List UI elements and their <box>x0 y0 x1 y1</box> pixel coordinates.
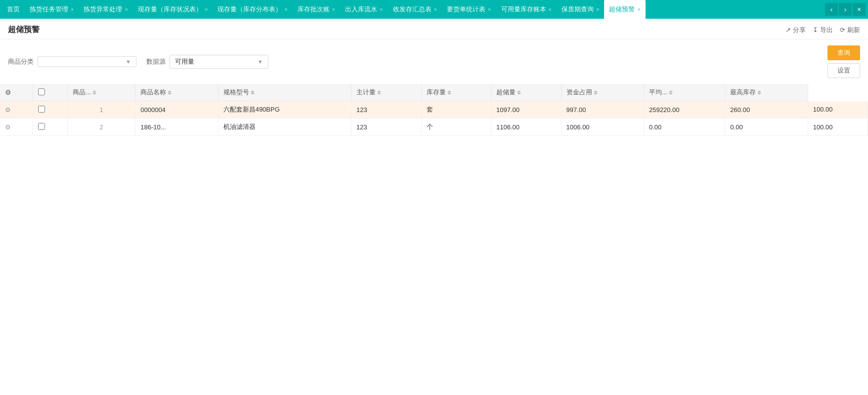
col-header-spec[interactable]: 规格型号 <box>218 84 351 101</box>
sort-icon-product_name <box>168 90 172 95</box>
cell-capital_usage: 259220.00 <box>644 101 725 118</box>
datasource-select-value: 可用量 <box>175 57 194 66</box>
cell-capital_usage: 0.00 <box>644 118 725 136</box>
cell-overstock: 1006.00 <box>561 118 644 136</box>
sort-icon-max_stock <box>757 90 761 95</box>
cell-gear: ⚙ <box>0 101 33 118</box>
nav-close-icon-available-account[interactable]: × <box>549 6 552 12</box>
col-header-gear: ⚙ <box>0 84 33 101</box>
nav-item-abnormal[interactable]: 拣货异常处理 × <box>79 0 132 19</box>
chevron-down-icon-2: ▼ <box>258 59 263 65</box>
cell-stock_qty: 1097.00 <box>491 101 562 118</box>
col-header-product_code[interactable]: 商品... <box>68 84 135 101</box>
nav-next-button[interactable]: › <box>839 3 852 16</box>
nav-item-overstock-warning[interactable]: 超储预警 × <box>604 0 645 19</box>
sort-icon-unit <box>377 90 381 95</box>
sort-icon-avg <box>669 90 673 95</box>
nav-item-task-mgmt[interactable]: 拣货任务管理 × <box>25 0 79 19</box>
gear-icon[interactable]: ⚙ <box>5 88 11 96</box>
cell-spec: 123 <box>351 101 422 118</box>
col-header-checkbox <box>33 84 68 101</box>
export-icon: ↧ <box>813 26 818 34</box>
nav-item-stock-dist[interactable]: 现存量（库存分布表） × <box>213 0 292 19</box>
sort-icon-overstock <box>517 90 521 95</box>
col-header-capital_usage[interactable]: 资金占用 <box>561 84 644 101</box>
nav-close-icon-task-mgmt[interactable]: × <box>71 6 74 12</box>
cell-checkbox <box>33 118 68 136</box>
col-header-stock_qty[interactable]: 库存量 <box>421 84 491 101</box>
page-container: 超储预警 ↗ 分享 ↧ 导出 ⟳ 刷新 商品分类 ▼ <box>0 19 868 395</box>
sort-icon-product_code <box>92 90 96 95</box>
nav-close-icon-order-stats[interactable]: × <box>488 6 491 12</box>
datasource-select[interactable]: 可用量 ▼ <box>170 55 268 69</box>
cell-product_name: 六配套新昌490BPG <box>218 101 351 118</box>
share-icon: ↗ <box>785 26 791 34</box>
nav-item-home[interactable]: 首页 <box>2 0 25 19</box>
chevron-down-icon: ▼ <box>126 59 131 65</box>
row-gear-icon[interactable]: ⚙ <box>5 106 11 114</box>
query-button[interactable]: 查询 <box>827 45 860 60</box>
table-row: ⚙10000004六配套新昌490BPG123套1097.00997.00259… <box>0 101 868 118</box>
col-header-overstock[interactable]: 超储量 <box>491 84 562 101</box>
cell-row_num: 2 <box>68 118 135 136</box>
data-table: ⚙商品...商品名称规格型号主计量库存量超储量资金占用平均...最高库存 ⚙10… <box>0 84 868 136</box>
nav-item-available-account[interactable]: 可用量库存账本 × <box>496 0 557 19</box>
sort-icon-capital_usage <box>594 90 598 95</box>
select-all-checkbox[interactable] <box>38 88 45 95</box>
nav-close-icon-quality-check[interactable]: × <box>596 6 599 12</box>
datasource-label: 数据源 <box>146 57 166 66</box>
sort-icon-stock_qty <box>447 90 451 95</box>
datasource-filter: 数据源 可用量 ▼ <box>146 55 268 69</box>
table-wrapper: ⚙商品...商品名称规格型号主计量库存量超储量资金占用平均...最高库存 ⚙10… <box>0 84 868 136</box>
row-gear-icon[interactable]: ⚙ <box>5 123 11 131</box>
nav-close-icon-collect-total[interactable]: × <box>434 6 437 12</box>
nav-close-icon-batch[interactable]: × <box>332 6 335 12</box>
cell-gear: ⚙ <box>0 118 33 136</box>
cell-product_code: 186-10... <box>135 118 218 136</box>
cell-unit: 套 <box>421 101 491 118</box>
nav-close-icon-abnormal[interactable]: × <box>125 6 128 12</box>
cell-row_num: 1 <box>68 101 135 118</box>
cell-avg: 260.00 <box>725 101 808 118</box>
cell-avg: 0.00 <box>725 118 808 136</box>
col-header-max_stock[interactable]: 最高库存 <box>725 84 808 101</box>
nav-close-icon-stock-dist[interactable]: × <box>284 6 287 12</box>
export-button[interactable]: ↧ 导出 <box>813 26 833 35</box>
cell-checkbox <box>33 101 68 118</box>
nav-item-order-stats[interactable]: 要货单统计表 × <box>442 0 496 19</box>
nav-close-icon-stock-status[interactable]: × <box>205 6 208 12</box>
cell-overstock: 997.00 <box>561 101 644 118</box>
nav-item-batch[interactable]: 库存批次账 × <box>293 0 340 19</box>
nav-close-icon-inout-flow[interactable]: × <box>380 6 383 12</box>
row-checkbox[interactable] <box>38 106 45 113</box>
nav-close-icon-overstock-warning[interactable]: × <box>637 6 640 12</box>
top-navigation: 首页拣货任务管理 ×拣货异常处理 ×现存量（库存状况表） ×现存量（库存分布表）… <box>0 0 868 19</box>
category-select[interactable]: ▼ <box>38 56 136 67</box>
cell-product_name: 机油滤清器 <box>218 118 351 136</box>
header-actions: ↗ 分享 ↧ 导出 ⟳ 刷新 <box>785 26 860 35</box>
page-header: 超储预警 ↗ 分享 ↧ 导出 ⟳ 刷新 <box>0 19 868 40</box>
nav-close-all-button[interactable]: × <box>853 3 866 16</box>
share-button[interactable]: ↗ 分享 <box>785 26 806 35</box>
row-checkbox[interactable] <box>38 123 45 130</box>
nav-item-stock-status[interactable]: 现存量（库存状况表） × <box>133 0 213 19</box>
cell-product_code: 0000004 <box>135 101 218 118</box>
cell-spec: 123 <box>351 118 422 136</box>
col-header-avg[interactable]: 平均... <box>644 84 725 101</box>
cell-max_stock: 100.00 <box>808 101 868 118</box>
settings-button[interactable]: 设置 <box>827 63 860 78</box>
col-header-product_name[interactable]: 商品名称 <box>135 84 218 101</box>
page-title: 超储预警 <box>8 25 40 35</box>
refresh-icon: ⟳ <box>840 26 845 34</box>
nav-item-collect-total[interactable]: 收发存汇总表 × <box>388 0 442 19</box>
nav-prev-button[interactable]: ‹ <box>825 3 838 16</box>
col-header-unit[interactable]: 主计量 <box>351 84 422 101</box>
category-label: 商品分类 <box>8 57 34 66</box>
cell-stock_qty: 1106.00 <box>491 118 562 136</box>
nav-item-inout-flow[interactable]: 出入库流水 × <box>340 0 388 19</box>
refresh-button[interactable]: ⟳ 刷新 <box>840 26 860 35</box>
nav-item-quality-check[interactable]: 保质期查询 × <box>557 0 604 19</box>
category-filter: 商品分类 ▼ <box>8 56 136 67</box>
table-row: ⚙2186-10...机油滤清器123个1106.001006.000.000.… <box>0 118 868 136</box>
cell-unit: 个 <box>421 118 491 136</box>
